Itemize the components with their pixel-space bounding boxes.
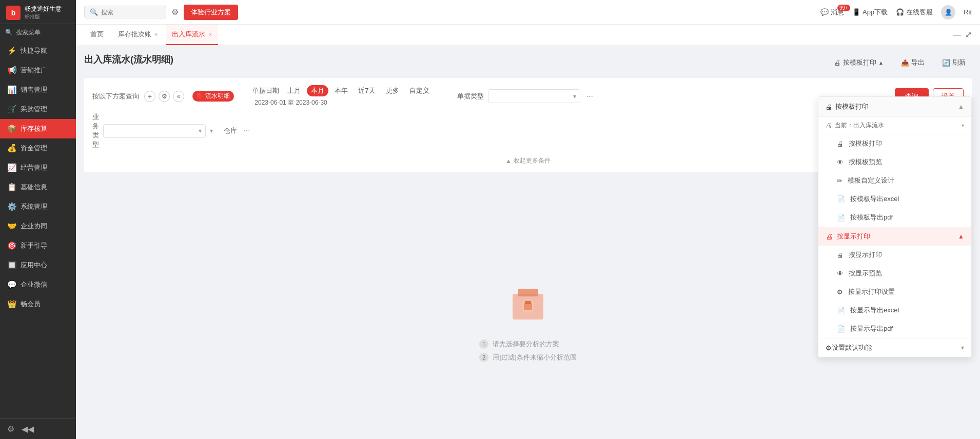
filter-add-btn[interactable]: + [144,91,155,102]
service-button[interactable]: 🎧 在线客服 [896,8,933,17]
tab-maximize-btn[interactable]: ⤢ [965,30,972,39]
print-icon: 🖨 [834,59,841,67]
tab-minimize-btn[interactable]: — [953,30,961,39]
collapse-sidebar-icon[interactable]: ◀◀ [22,424,34,434]
sidebar-item-sales[interactable]: 📊 销售管理 [0,80,76,99]
app-download-button[interactable]: 📱 App下载 [852,8,888,17]
export-btn[interactable]: 📤 导出 [895,55,931,70]
date-btn-custom[interactable]: 自定义 [405,85,434,96]
filter-settings-btn[interactable]: ⚙ [159,91,170,102]
business-type-chevron: ▾ [210,127,213,134]
custom-item-icon: ✏ [837,177,842,185]
sidebar-item-collab[interactable]: 🤝 企业协同 [0,216,76,236]
footer-arrow: ▾ [961,344,964,351]
dropdown-item-display-preview[interactable]: 👁 按显示预览 [818,264,971,283]
refresh-btn[interactable]: 🔄 刷新 [936,55,972,70]
sidebar-item-marketing[interactable]: 📢 营销推广 [0,61,76,80]
dropdown-item-template-preview[interactable]: 👁 按模板预览 [818,153,971,171]
dropdown-item-display-print-settings[interactable]: ⚙ 按显示打印设置 [818,283,971,301]
print-template-btn[interactable]: 🖨 按模板打印 ▲ [828,55,890,70]
empty-step-2: 2 用[过滤]条件来缩小分析范围 [479,353,576,362]
warehouse-more-btn[interactable]: ··· [243,126,250,135]
empty-icon [502,278,554,330]
current-template-icon: 🖨 [826,122,832,129]
sidebar: b 畅捷通好生意 标准版 🔍 搜索菜单 ⚡ 快捷导航 📢 营销推广 📊 销售管理… [0,0,76,439]
member-icon: 👑 [7,300,16,309]
sidebar-item-label: 采购管理 [21,105,47,114]
date-btn-this-month[interactable]: 本月 [307,85,328,96]
tab-in-out-flow[interactable]: 出入库流水 × [166,25,218,45]
search-input[interactable] [101,9,152,16]
date-btn-last-7-days[interactable]: 近7天 [354,85,379,96]
dropdown-item-template-export-pdf[interactable]: 📄 按模板导出pdf [818,208,971,227]
tab-in-out-flow-close[interactable]: × [208,31,211,37]
marketing-icon: 📢 [7,66,16,75]
settings-icon[interactable]: ⚙ [7,424,14,434]
doc-type-more-btn[interactable]: ··· [586,92,593,101]
sidebar-item-inventory[interactable]: 📦 库存核算 [0,119,76,138]
username-label[interactable]: Rit [964,8,972,16]
message-button[interactable]: 💬 消息 99+ [820,8,844,17]
print-template-label: 按模板打印 [843,58,876,67]
sidebar-item-operations[interactable]: 📈 经营管理 [0,158,76,177]
dropdown-section-display: 🖨 按显示打印 ▲ 🖨 按显示打印 👁 按显示预览 ⚙ 按显示打印设置 [818,227,971,338]
filter-collapse-btn[interactable]: « [173,91,184,102]
tab-home-label: 首页 [90,30,104,39]
trial-btn[interactable]: 体验行业方案 [184,5,238,20]
empty-illustration [502,278,554,331]
sidebar-item-guide[interactable]: 🎯 新手引导 [0,236,76,255]
display-preview-label: 按显示预览 [849,269,882,278]
sidebar-item-label: 企业微信 [21,280,47,289]
tab-batch-account-close[interactable]: × [154,31,158,37]
warehouse-field: 仓库 ··· [224,126,250,135]
sidebar-item-finance[interactable]: 💰 资金管理 [0,138,76,158]
guide-icon: 🎯 [7,241,16,250]
sales-icon: 📊 [7,85,16,94]
dropdown-item-display-export-excel[interactable]: 📄 按显示导出excel [818,301,971,320]
svg-rect-1 [518,289,538,296]
sidebar-item-purchase[interactable]: 🛒 采购管理 [0,99,76,119]
empty-steps: 1 请先选择要分析的方案 2 用[过滤]条件来缩小分析范围 [479,340,576,362]
main-area: 🔍 ⚙ 体验行业方案 💬 消息 99+ 📱 App下载 🎧 在线客服 👤 Rit [76,0,980,439]
template-export-excel-label: 按模板导出excel [850,194,899,204]
sidebar-item-label: 新手引导 [21,241,47,250]
business-type-label: 业务类型 [92,112,99,149]
sidebar-item-system[interactable]: ⚙️ 系统管理 [0,197,76,216]
dropdown-footer[interactable]: ⚙ 设置默认功能 ▾ [818,338,971,357]
dropdown-item-display-print[interactable]: 🖨 按显示打印 [818,246,971,264]
dropdown-panel: 🖨 按模板打印 ▲ 🖨 当前：出入库流水 ▾ 🖨 按模板打印 👁 按模板预览 [818,96,972,357]
sidebar-search[interactable]: 🔍 搜索菜单 [0,24,76,41]
display-export-pdf-label: 按显示导出pdf [850,324,893,333]
sidebar-search-label: 搜索菜单 [16,28,41,37]
collapse-more-btn[interactable]: ▲ 收起更多条件 [505,156,551,165]
filter-tag[interactable]: 🔴 流水明细 [192,91,234,102]
current-template-arrow[interactable]: ▾ [962,123,964,128]
dropdown-collapse-btn[interactable]: ▲ [958,103,964,110]
doc-type-select[interactable] [488,89,580,103]
tab-batch-account[interactable]: 库存批次账 × [112,25,164,45]
dropdown-item-display-export-pdf[interactable]: 📄 按显示导出pdf [818,320,971,338]
tab-home[interactable]: 首页 [84,25,110,45]
topbar-search-box[interactable]: 🔍 [84,6,166,18]
sidebar-item-member[interactable]: 👑 畅会员 [0,294,76,314]
dropdown-item-template-custom[interactable]: ✏ 模板自定义设计 [818,171,971,190]
dropdown-item-template-print[interactable]: 🖨 按模板打印 [818,134,971,153]
template-export-pdf-label: 按模板导出pdf [850,213,893,222]
sidebar-item-wechat[interactable]: 💬 企业微信 [0,275,76,294]
date-btn-this-year[interactable]: 本年 [330,85,352,96]
chevron-up-icon: ▲ [505,157,512,165]
app-download-label: App下载 [863,8,888,17]
sidebar-item-base[interactable]: 📋 基础信息 [0,177,76,197]
settings-gear-icon[interactable]: ⚙ [171,7,179,17]
sidebar-item-quick-nav[interactable]: ⚡ 快捷导航 [0,41,76,61]
business-type-select[interactable] [103,124,206,138]
date-btn-last-month[interactable]: 上月 [283,85,305,96]
dropdown-group-header-display[interactable]: 🖨 按显示打印 ▲ [818,227,971,246]
page-title: 出入库流水(流水明细) [84,53,173,66]
doc-type-label: 单据类型 [457,92,484,101]
dropdown-item-template-export-excel[interactable]: 📄 按模板导出excel [818,190,971,208]
sidebar-item-app-center[interactable]: 🔲 应用中心 [0,255,76,275]
tabs-bar: 首页 库存批次账 × 出入库流水 × — ⤢ [76,25,980,45]
date-btn-more[interactable]: 更多 [382,85,403,96]
export-label: 导出 [911,58,925,67]
